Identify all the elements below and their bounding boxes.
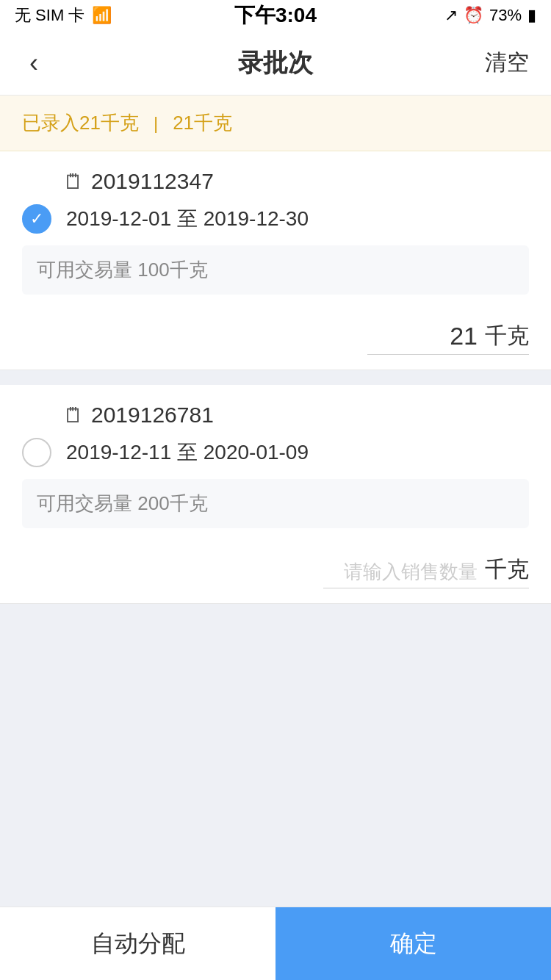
- batch-card-1: 🗒 2019112347 ✓ 2019-12-01 至 2019-12-30 可…: [0, 151, 551, 370]
- batch-id-1: 2019112347: [91, 169, 214, 194]
- input-underline-2: [323, 588, 529, 588]
- info-banner: 已录入21千克 | 21千克: [0, 96, 551, 151]
- recorded-amount-label: 已录入21千克: [22, 110, 139, 136]
- quantity-input-2[interactable]: [316, 555, 478, 584]
- total-amount-value: 21千克: [173, 110, 232, 136]
- alarm-icon: ⏰: [464, 6, 483, 25]
- batch-doc-icon-2: 🗒: [63, 403, 84, 428]
- batch-date-row-1[interactable]: ✓ 2019-12-01 至 2019-12-30: [22, 204, 529, 234]
- page-title: 录批次: [238, 46, 313, 80]
- wifi-icon: 📶: [92, 6, 112, 25]
- batch-date-1: 2019-12-01 至 2019-12-30: [66, 205, 309, 233]
- quantity-unit-1: 千克: [485, 321, 529, 351]
- section-divider: [0, 370, 551, 385]
- input-underline-1: [367, 354, 529, 355]
- quantity-wrapper-2: 千克: [316, 555, 529, 588]
- radio-btn-1[interactable]: ✓: [22, 204, 51, 234]
- batch-date-2: 2019-12-11 至 2020-01-09: [66, 439, 309, 466]
- empty-area: [0, 604, 551, 912]
- quantity-row-1: 千克: [0, 306, 551, 370]
- batch-doc-icon-1: 🗒: [63, 170, 84, 194]
- battery-icon: ▮: [527, 6, 536, 25]
- signal-icon: ↗: [444, 6, 458, 25]
- batch-card-2: 🗒 2019126781 2019-12-11 至 2020-01-09 可用交…: [0, 385, 551, 604]
- nav-bar: ‹ 录批次 清空: [0, 31, 551, 96]
- banner-divider: |: [154, 113, 158, 134]
- clear-button[interactable]: 清空: [485, 48, 529, 78]
- quantity-row-2: 千克: [0, 540, 551, 604]
- quantity-wrapper-1: 千克: [367, 321, 529, 355]
- auto-distribute-button[interactable]: 自动分配: [0, 907, 276, 980]
- availability-text-1: 可用交易量 100千克: [37, 259, 208, 281]
- batch-id-row-2: 🗒 2019126781: [22, 403, 529, 428]
- bottom-bar: 自动分配 确定: [0, 907, 551, 980]
- batch-id-row-1: 🗒 2019112347: [22, 169, 529, 194]
- status-left: 无 SIM 卡 📶: [15, 4, 112, 26]
- battery-label: 73%: [489, 6, 522, 25]
- status-right: ↗ ⏰ 73% ▮: [444, 6, 536, 25]
- availability-row-2: 可用交易量 200千克: [22, 479, 529, 528]
- confirm-button[interactable]: 确定: [276, 907, 551, 980]
- batch-id-2: 2019126781: [91, 403, 214, 428]
- status-time: 下午3:04: [234, 1, 317, 29]
- status-bar: 无 SIM 卡 📶 下午3:04 ↗ ⏰ 73% ▮: [0, 0, 551, 31]
- sim-label: 无 SIM 卡: [15, 4, 84, 26]
- quantity-input-1[interactable]: [419, 322, 478, 350]
- batch-date-row-2[interactable]: 2019-12-11 至 2020-01-09: [22, 438, 529, 467]
- availability-text-2: 可用交易量 200千克: [37, 492, 208, 514]
- quantity-unit-2: 千克: [485, 555, 529, 585]
- radio-check-icon-1: ✓: [30, 209, 43, 228]
- availability-row-1: 可用交易量 100千克: [22, 245, 529, 295]
- back-button[interactable]: ‹: [22, 40, 46, 86]
- radio-btn-2[interactable]: [22, 438, 51, 467]
